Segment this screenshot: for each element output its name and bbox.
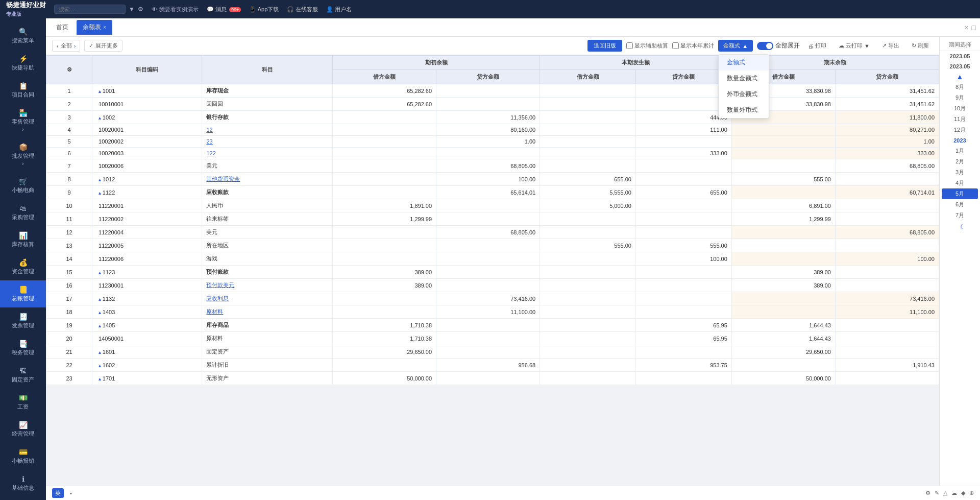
sidebar-item-search[interactable]: 🔍 搜索菜单	[0, 22, 46, 50]
print-btn[interactable]: 🖨 打印	[804, 40, 830, 51]
cell-code: 11220006	[92, 252, 202, 266]
date-month-item[interactable]: 8月	[940, 82, 980, 92]
amount-mode-dropdown[interactable]: 金额式 ▲	[718, 40, 753, 52]
status-add-icon[interactable]: ⊕	[969, 490, 974, 496]
th-closing-credit: 贷方金额	[835, 70, 939, 84]
inventory-icon: 📊	[2, 231, 44, 240]
date-year-end[interactable]: 2023.05	[940, 61, 980, 72]
date-month-item[interactable]: 2023	[940, 135, 980, 146]
sidebar-item-operations[interactable]: 📈 经营管理	[0, 416, 46, 443]
sidebar-item-ledger[interactable]: 📒 总账管理	[0, 280, 46, 307]
settings-icon[interactable]: ⚙	[138, 6, 143, 13]
date-month-item[interactable]: 2月	[940, 156, 980, 167]
return-old-btn[interactable]: 退回旧版	[587, 40, 622, 52]
sidebar-item-tax[interactable]: 📑 税务管理	[0, 335, 46, 362]
status-sync-icon[interactable]: ♻	[925, 490, 930, 496]
cell-closing_credit	[835, 212, 939, 226]
refresh-btn[interactable]: ↻ 刷新	[908, 40, 933, 51]
menu-item-qty-foreign[interactable]: 数量外币式	[719, 102, 769, 118]
date-month-item[interactable]: 5月	[942, 188, 978, 199]
export-btn[interactable]: ↗ 导出	[878, 40, 903, 51]
cell-opening_debit	[333, 292, 436, 305]
user-avatar[interactable]: 👤 用户名	[326, 6, 352, 13]
menu-item-foreign-amount[interactable]: 外币金额式	[719, 86, 769, 102]
status-cloud-icon[interactable]: ☁	[951, 490, 957, 496]
cell-opening_credit	[436, 332, 540, 345]
cell-opening_debit: 1,891.00	[333, 199, 436, 212]
cell-name[interactable]: 12	[202, 124, 333, 136]
message-btn[interactable]: 💬 消息 99+	[207, 6, 241, 13]
cell-name[interactable]: 23	[202, 136, 333, 148]
tab-close-btn[interactable]: ×	[103, 25, 106, 30]
cell-name[interactable]: 应收利息	[202, 292, 333, 305]
cell-opening_debit: 1,710.38	[333, 332, 436, 345]
status-translate[interactable]: 英	[52, 488, 64, 498]
status-alert-icon[interactable]: △	[943, 490, 947, 496]
search-input[interactable]	[54, 5, 126, 14]
sidebar-item-inventory[interactable]: 📊 库存核算	[0, 226, 46, 253]
date-month-item[interactable]: 7月	[940, 210, 980, 221]
window-max-btn[interactable]: □	[972, 23, 976, 32]
th-gear[interactable]: ⚙	[46, 56, 92, 84]
date-year-start[interactable]: 2023.05	[940, 51, 980, 61]
date-month-item[interactable]: 9月	[940, 92, 980, 103]
show-yearly-checkbox[interactable]: 显示本年累计	[672, 42, 714, 50]
date-month-item[interactable]: 4月	[940, 178, 980, 188]
date-month-item[interactable]: 10月	[940, 103, 980, 114]
expand-btn[interactable]: ✓ 展开更多	[84, 40, 122, 52]
sidebar-item-expense[interactable]: 💳 小畅报销	[0, 443, 46, 470]
tab-home[interactable]: 首页	[50, 20, 75, 35]
tax-icon: 📑	[2, 340, 44, 348]
tab-current[interactable]: 余额表 ×	[77, 20, 112, 35]
invoice-icon: 🧾	[2, 313, 44, 321]
date-month-item[interactable]: 12月	[940, 125, 980, 135]
online-service-btn[interactable]: 🎧 在线客服	[287, 6, 318, 13]
cell-name[interactable]: 预付款美元	[202, 279, 333, 292]
date-panel-collapse[interactable]: 《	[940, 221, 980, 233]
show-helper-checkbox[interactable]: 显示辅助核算	[626, 42, 668, 50]
sidebar-item-ecommerce[interactable]: 🛒 小畅电商	[0, 172, 46, 199]
date-nav-up[interactable]: ▲	[940, 72, 980, 82]
search-icon: 🔍	[2, 28, 44, 36]
cell-name[interactable]: 122	[202, 148, 333, 159]
status-diamond-icon[interactable]: ◆	[961, 490, 965, 496]
cell-seq: 3	[46, 111, 92, 124]
sidebar-item-invoice[interactable]: 🧾 发票管理	[0, 307, 46, 335]
toolbar: ‹ 全部 › ✓ 展开更多 退回旧版 显示辅助核算	[46, 37, 939, 55]
date-month-item[interactable]: 11月	[940, 114, 980, 125]
sidebar-item-finance[interactable]: 💰 资金管理	[0, 253, 46, 280]
date-month-item[interactable]: 6月	[940, 199, 980, 210]
table-container: ‹ 全部 › ✓ 展开更多 退回旧版 显示辅助核算	[46, 37, 939, 486]
cell-name: 人民币	[202, 199, 333, 212]
menu-item-qty-amount[interactable]: 数量金额式	[719, 70, 769, 86]
date-month-item[interactable]: 1月	[940, 146, 980, 156]
status-edit-icon[interactable]: ✎	[935, 490, 939, 496]
sidebar-item-assets[interactable]: 🏗 固定资产	[0, 362, 46, 389]
table-row: 1611230001预付款美元389.00389.00	[46, 279, 939, 292]
cell-code: 10020006	[92, 159, 202, 173]
sidebar-item-project[interactable]: 📋 项目合同	[0, 77, 46, 104]
breadcrumb-btn[interactable]: ‹ 全部 ›	[52, 40, 80, 52]
window-close-btn[interactable]: ×	[964, 23, 968, 32]
cell-name[interactable]: 其他货币资金	[202, 173, 333, 186]
cloud-print-btn[interactable]: ☁ 云打印 ▼	[835, 40, 874, 51]
menu-item-amount[interactable]: 金额式	[719, 55, 769, 70]
cell-code: ▴ 1602	[92, 359, 202, 372]
date-month-item[interactable]: 3月	[940, 167, 980, 178]
sidebar-item-purchase[interactable]: 🛍 采购管理	[0, 199, 46, 226]
demo-link[interactable]: 👁 我要看实例演示	[152, 6, 199, 13]
cell-opening_credit: 68,805.00	[436, 226, 540, 239]
dropdown-icon[interactable]: ▼	[129, 6, 135, 13]
sidebar-item-retail[interactable]: 🏪 零售管理	[0, 104, 46, 138]
cell-seq: 5	[46, 136, 92, 148]
cell-closing_credit: 11,800.00	[835, 111, 939, 124]
sidebar-item-system[interactable]: ⚙ 系统管理	[0, 497, 46, 500]
sidebar-item-salary[interactable]: 💵 工资	[0, 389, 46, 416]
sidebar-item-quicknav[interactable]: ⚡ 快捷导航	[0, 50, 46, 77]
expand-all-switch[interactable]	[757, 42, 773, 50]
cell-current_credit: 444.00	[636, 111, 732, 124]
app-download-btn[interactable]: 📱 App下载	[249, 6, 279, 13]
cell-name[interactable]: 原材料	[202, 305, 333, 319]
sidebar-item-basic[interactable]: ℹ 基础信息	[0, 470, 46, 497]
sidebar-item-wholesale[interactable]: 📦 批发管理	[0, 138, 46, 172]
